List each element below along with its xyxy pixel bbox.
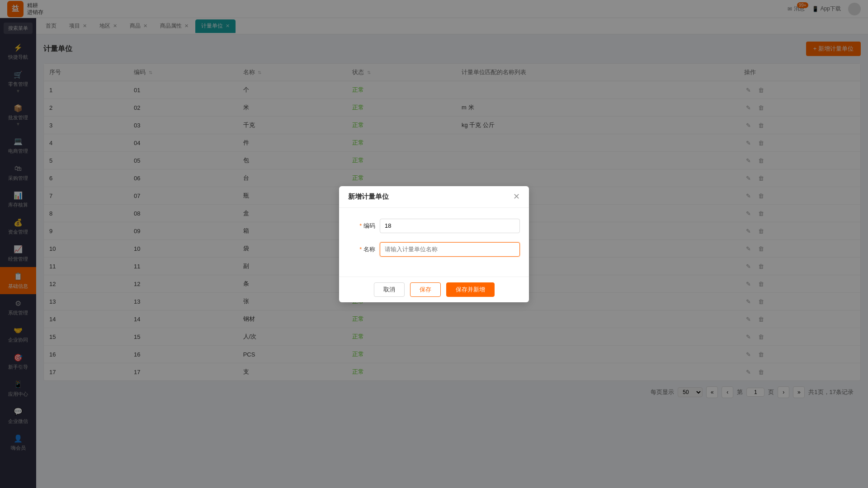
- name-input[interactable]: [380, 242, 520, 257]
- code-input[interactable]: [380, 219, 520, 233]
- modal-header: 新增计量单位 ✕: [339, 186, 529, 208]
- add-unit-modal: 新增计量单位 ✕ 编码 名称 取消 保存 保存并新增: [339, 186, 529, 302]
- cancel-button[interactable]: 取消: [374, 282, 405, 297]
- save-button[interactable]: 保存: [410, 282, 441, 297]
- code-field-label: 编码: [348, 222, 375, 230]
- modal-body: 编码 名称: [339, 208, 529, 277]
- modal-close-button[interactable]: ✕: [513, 192, 520, 201]
- code-field-row: 编码: [348, 219, 520, 233]
- modal-footer: 取消 保存 保存并新增: [339, 277, 529, 302]
- save-and-new-button[interactable]: 保存并新增: [446, 282, 495, 297]
- name-field-label: 名称: [348, 245, 375, 253]
- modal-title: 新增计量单位: [348, 192, 389, 201]
- modal-overlay[interactable]: 新增计量单位 ✕ 编码 名称 取消 保存 保存并新增: [0, 0, 868, 488]
- name-field-row: 名称: [348, 242, 520, 257]
